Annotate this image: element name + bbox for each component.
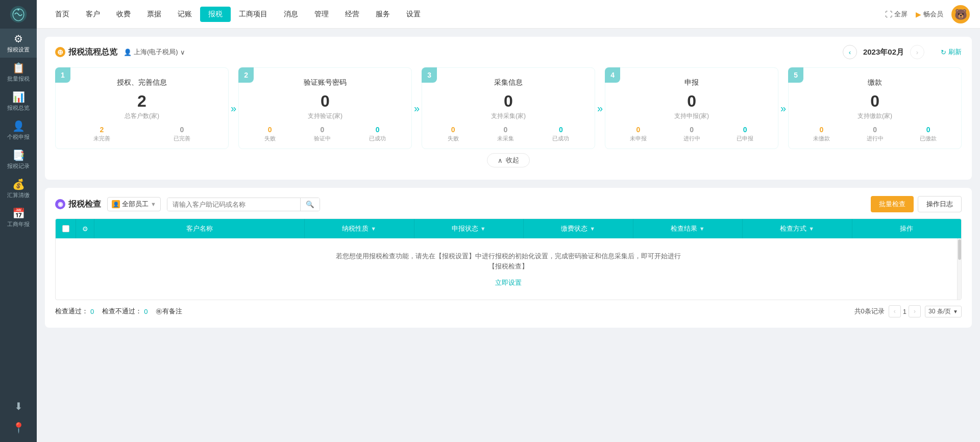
prev-month-button[interactable]: ‹ bbox=[843, 45, 857, 59]
step-subtitle-1: 总客户数(家) bbox=[62, 112, 222, 120]
nav-operations[interactable]: 经营 bbox=[337, 7, 368, 22]
nav-settings[interactable]: 设置 bbox=[398, 7, 429, 22]
staff-selector[interactable]: 👤 全部员工 ▼ bbox=[107, 197, 161, 211]
th-gear[interactable]: ⚙ bbox=[76, 219, 94, 238]
nav-tax[interactable]: 报税 bbox=[200, 7, 231, 22]
step-stat-2-1: 0 验证中 bbox=[314, 126, 331, 142]
step-subtitle-2: 支持验证(家) bbox=[245, 112, 405, 120]
table-footer: 检查通过： 0 检查不通过： 0 ㊑有备注 共0条记录 ‹ 1 › bbox=[55, 300, 962, 320]
step-stat-3-0: 0 失败 bbox=[448, 126, 459, 142]
nav-fees[interactable]: 收费 bbox=[108, 7, 139, 22]
nav-services[interactable]: 服务 bbox=[368, 7, 398, 22]
step-stat-4-1: 0 进行中 bbox=[683, 126, 700, 142]
refresh-button[interactable]: ↻ 刷新 bbox=[941, 47, 962, 57]
footer-note-stat: ㊑有备注 bbox=[156, 307, 182, 316]
nav-invoices[interactable]: 票据 bbox=[139, 7, 169, 22]
fail-count-link[interactable]: 0 bbox=[144, 308, 148, 315]
sidebar-item-tax-settings[interactable]: ⚙ 报税设置 bbox=[0, 29, 37, 58]
footer-fail-stat: 检查不通过： 0 bbox=[102, 307, 148, 316]
flow-step-1: 1 授权、完善信息 2 总客户数(家) 2 未完善 0 已完善 bbox=[55, 67, 229, 149]
th-declare-status: 申报状态 ▼ bbox=[414, 219, 524, 238]
sidebar-item-batch-tax[interactable]: 📋 批量报税 bbox=[0, 58, 37, 87]
tax-check-card: ◉ 报税检查 👤 全部员工 ▼ 🔍 批量检查 操作日志 bbox=[45, 188, 972, 328]
step-stats-5: 0 未缴款 0 进行中 0 已缴款 bbox=[795, 126, 955, 142]
step-title-5: 缴款 bbox=[795, 76, 955, 87]
header-checkbox[interactable] bbox=[62, 225, 69, 232]
sidebar-item-individual-tax[interactable]: 👤 个税申报 bbox=[0, 116, 37, 145]
search-input[interactable] bbox=[167, 198, 300, 211]
flow-step-5: 5 缴款 0 支持缴款(家) 0 未缴款 0 进行中 bbox=[788, 67, 962, 149]
batch-check-button[interactable]: 批量检查 bbox=[871, 196, 914, 212]
step-subtitle-4: 支持申报(家) bbox=[611, 112, 772, 120]
filter-icon-declare[interactable]: ▼ bbox=[480, 226, 486, 232]
total-records: 共0条记录 bbox=[854, 307, 885, 316]
sidebar-item-annual-report[interactable]: 📅 工商年报 bbox=[0, 203, 37, 232]
per-page-selector[interactable]: 30 条/页 ▼ bbox=[925, 306, 962, 317]
flow-step-3: 3 采集信息 0 支持采集(家) 0 失败 0 未采集 bbox=[422, 67, 595, 149]
tax-overview-icon: 📊 bbox=[12, 92, 25, 102]
top-navigation: 首页 客户 收费 票据 记账 报税 工商项目 消息 管理 经营 服务 设置 ⛶ … bbox=[37, 0, 980, 29]
step-stat-3-1: 0 未采集 bbox=[497, 126, 514, 142]
prev-page-button[interactable]: ‹ bbox=[889, 305, 901, 317]
step-count-3: 0 bbox=[428, 91, 589, 111]
step-stats-3: 0 失败 0 未采集 0 已成功 bbox=[428, 126, 589, 142]
member-button[interactable]: ▶ 畅会员 bbox=[916, 10, 943, 19]
nav-customer[interactable]: 客户 bbox=[78, 7, 108, 22]
sidebar-item-download[interactable]: ⬇ bbox=[0, 396, 37, 415]
sidebar-item-label: 报税总览 bbox=[7, 104, 30, 112]
th-checkbox[interactable] bbox=[56, 219, 76, 238]
next-month-button[interactable]: › bbox=[910, 45, 924, 59]
step-stat-5-1: 0 进行中 bbox=[867, 126, 884, 142]
main-area: 首页 客户 收费 票据 记账 报税 工商项目 消息 管理 经营 服务 设置 ⛶ … bbox=[37, 0, 980, 442]
step-stat-5-0: 0 未缴款 bbox=[813, 126, 830, 142]
batch-tax-icon: 📋 bbox=[12, 63, 25, 73]
step-stat-4-0: 0 未申报 bbox=[630, 126, 647, 142]
flow-location-selector[interactable]: 👤 上海(电子税局) ∨ bbox=[124, 47, 185, 57]
search-button[interactable]: 🔍 bbox=[300, 198, 320, 211]
step-subtitle-5: 支持缴款(家) bbox=[795, 112, 955, 120]
th-check-result: 检查结果 ▼ bbox=[633, 219, 743, 238]
nav-accounting[interactable]: 记账 bbox=[169, 7, 200, 22]
th-check-method: 检查方式 ▼ bbox=[743, 219, 852, 238]
user-avatar[interactable]: 🐻 bbox=[951, 5, 970, 23]
filter-icon-tax-nature[interactable]: ▼ bbox=[371, 226, 376, 232]
nav-messages[interactable]: 消息 bbox=[276, 7, 306, 22]
nav-business[interactable]: 工商项目 bbox=[231, 7, 276, 22]
sidebar-item-location[interactable]: 📍 bbox=[0, 418, 37, 437]
step-stat-5-2: 0 已缴款 bbox=[920, 126, 937, 142]
filter-icon-result[interactable]: ▼ bbox=[699, 226, 705, 232]
sidebar-item-tax-record[interactable]: 📑 报税记录 bbox=[0, 145, 37, 174]
step-stat-3-2: 0 已成功 bbox=[552, 126, 569, 142]
sidebar-item-settlement[interactable]: 💰 汇算清缴 bbox=[0, 174, 37, 203]
topnav-right: ⛶ 全屏 ▶ 畅会员 🐻 bbox=[885, 5, 970, 23]
step-title-2: 验证账号密码 bbox=[245, 76, 405, 87]
chevron-down-icon: ∨ bbox=[180, 48, 185, 56]
step-stat-1-0: 2 未完善 bbox=[93, 126, 110, 142]
individual-tax-icon: 👤 bbox=[12, 121, 25, 131]
nav-management[interactable]: 管理 bbox=[306, 7, 337, 22]
sidebar-item-tax-overview[interactable]: 📊 报税总览 bbox=[0, 87, 37, 116]
app-logo[interactable] bbox=[0, 0, 37, 29]
filter-icon-pay[interactable]: ▼ bbox=[590, 226, 595, 232]
nav-home[interactable]: 首页 bbox=[47, 7, 78, 22]
step-stats-1: 2 未完善 0 已完善 bbox=[62, 126, 222, 142]
nav-items: 首页 客户 收费 票据 记账 报税 工商项目 消息 管理 经营 服务 设置 bbox=[47, 7, 885, 22]
flow-step-2: 2 验证账号密码 0 支持验证(家) 0 失败 0 验证中 bbox=[238, 67, 412, 149]
operation-log-button[interactable]: 操作日志 bbox=[918, 196, 962, 212]
step-count-5: 0 bbox=[795, 91, 955, 111]
pass-count-link[interactable]: 0 bbox=[90, 308, 94, 315]
svg-point-1 bbox=[17, 9, 19, 11]
arrow-1-2: » bbox=[229, 67, 238, 149]
table-scrollbar[interactable] bbox=[957, 238, 961, 300]
chevron-down-icon: ▼ bbox=[151, 201, 156, 207]
location-person-icon: 👤 bbox=[124, 48, 132, 56]
fullscreen-button[interactable]: ⛶ 全屏 bbox=[885, 10, 908, 19]
step-number-3: 3 bbox=[422, 67, 437, 83]
sidebar-item-label: 批量报税 bbox=[7, 75, 30, 83]
filter-icon-method[interactable]: ▼ bbox=[808, 226, 814, 232]
setup-link[interactable]: 立即设置 bbox=[495, 278, 522, 287]
sidebar-item-label: 报税设置 bbox=[7, 46, 30, 54]
scrollbar-thumb bbox=[958, 239, 961, 260]
collapse-button[interactable]: ∧ 收起 bbox=[487, 153, 530, 167]
next-page-button[interactable]: › bbox=[909, 305, 921, 317]
